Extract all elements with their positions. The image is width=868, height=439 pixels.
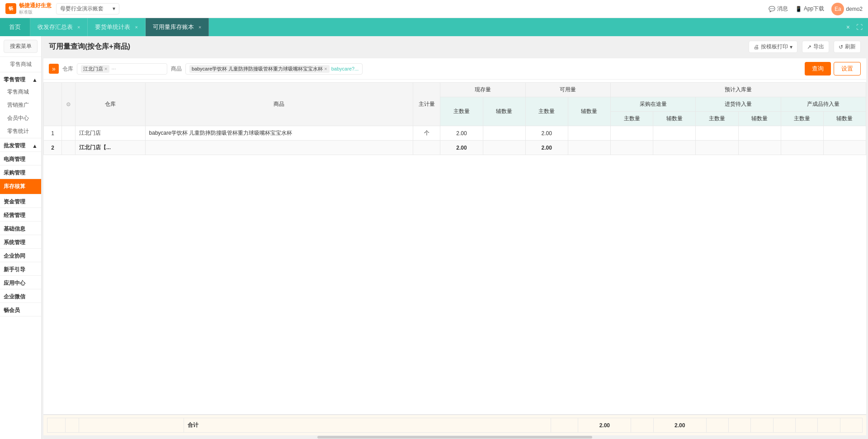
- th-incoming-main: 主数量: [696, 112, 738, 126]
- th-purchase-main: 主数量: [611, 112, 653, 126]
- group-operations-title[interactable]: 经营管理: [0, 208, 41, 221]
- user-area[interactable]: Ea demo2: [831, 3, 863, 15]
- group-vip-title[interactable]: 畅会员: [0, 303, 41, 316]
- dropdown-icon: ▾: [790, 44, 793, 50]
- sidebar-item-members[interactable]: 会员中心: [0, 112, 41, 125]
- tab-available-inventory[interactable]: 可用量库存账本 ×: [146, 18, 209, 36]
- cell-avail-main-1: 2.00: [525, 126, 568, 141]
- main-layout: 搜索菜单 零售商城 零售管理 ▲ 零售商城 营销推广 会员中心 零售统计 批发管…: [0, 36, 868, 439]
- avatar: Ea: [831, 3, 844, 15]
- group-inventory-title[interactable]: 库存核算: [0, 179, 41, 194]
- warehouse-filter-field[interactable]: 江北门店 × ···: [77, 63, 167, 75]
- group-wholesale-title[interactable]: 批发管理 ▲: [0, 138, 41, 151]
- cell-production-main-1: [781, 126, 823, 141]
- cell-avail-aux-2: [568, 141, 610, 155]
- cell-unit-1: 个: [413, 126, 440, 141]
- group-system-title[interactable]: 系统管理: [0, 235, 41, 248]
- fullscreen-btn[interactable]: ⛶: [854, 22, 864, 33]
- sidebar-search-area: 搜索菜单: [0, 36, 41, 57]
- query-btn[interactable]: 查询: [805, 62, 831, 76]
- tab-home[interactable]: 首页: [0, 18, 30, 36]
- sidebar-item-retail-mall[interactable]: 零售商城: [0, 85, 41, 99]
- refresh-btn[interactable]: ↺ 刷新: [834, 41, 861, 53]
- page-actions: 🖨 按模板打印 ▾ ↗ 导出 ↺ 刷新: [749, 41, 861, 53]
- refresh-icon: ↺: [839, 44, 843, 50]
- product-tag-remove-1[interactable]: ×: [324, 66, 327, 71]
- app-icon: 📱: [795, 6, 802, 12]
- group-apps-title[interactable]: 应用中心: [0, 276, 41, 289]
- table-settings-icon[interactable]: ⚙: [66, 101, 71, 108]
- cell-incoming-main-2: [696, 141, 738, 155]
- group-guide-title[interactable]: 新手引导: [0, 262, 41, 275]
- chevron-icon: ▲: [32, 77, 38, 83]
- tab-receive-summary[interactable]: 收发存汇总表 ×: [30, 18, 88, 36]
- group-purchase-title[interactable]: 采购管理: [0, 165, 41, 179]
- th-purchase-aux: 辅数量: [653, 112, 696, 126]
- th-planned-inbound: 预计入库量: [611, 83, 866, 97]
- quick-nav-btn[interactable]: 零售商城: [0, 57, 41, 72]
- footer-avail-total: 2.00: [653, 418, 706, 433]
- close-all-tabs-btn[interactable]: ×: [844, 22, 852, 33]
- group-finance-title[interactable]: 资金管理: [0, 194, 41, 208]
- th-settings: ⚙: [62, 83, 75, 126]
- th-warehouse: 仓库: [75, 83, 146, 126]
- th-avail-main: 主数量: [525, 97, 568, 126]
- table-body: 1 江北门店 babycare学饮杯 儿童防摔防撞吸管杯重力球吸嘴杯宝宝水杯 个…: [44, 126, 866, 155]
- cell-incoming-main-1: [696, 126, 738, 141]
- group-retail-title[interactable]: 零售管理 ▲: [0, 72, 41, 85]
- group-base-info: 基础信息: [0, 222, 41, 235]
- group-base-info-title[interactable]: 基础信息: [0, 222, 41, 235]
- group-vip: 畅会员: [0, 303, 41, 316]
- tab-close-2[interactable]: ×: [135, 24, 137, 30]
- group-collab: 企业协同: [0, 249, 41, 262]
- cell-avail-aux-1: [568, 126, 610, 141]
- th-avail-aux: 辅数量: [568, 97, 610, 126]
- warehouse-label: 仓库: [62, 65, 73, 73]
- footer-stock-total: 2.00: [578, 418, 631, 433]
- tab-close-1[interactable]: ×: [77, 24, 80, 30]
- group-wechat-title[interactable]: 企业微信: [0, 289, 41, 302]
- group-collab-title[interactable]: 企业协同: [0, 249, 41, 262]
- group-wechat: 企业微信: [0, 289, 41, 303]
- group-guide: 新手引导: [0, 262, 41, 276]
- group-wholesale: 批发管理 ▲: [0, 138, 41, 152]
- search-menu-btn[interactable]: 搜索菜单: [4, 40, 38, 53]
- industry-selector[interactable]: 母婴行业演示账套 ▾: [56, 3, 119, 14]
- print-icon: 🖨: [754, 44, 759, 50]
- cell-settings-2: [62, 141, 75, 155]
- product-tag-more: babycare?...: [331, 66, 359, 71]
- group-operations: 经营管理: [0, 208, 41, 222]
- cell-product-1: babycare学饮杯 儿童防摔防撞吸管杯重力球吸嘴杯宝宝水杯: [145, 126, 413, 141]
- th-stock-main: 主数量: [440, 97, 483, 126]
- tab-close-3[interactable]: ×: [198, 24, 201, 30]
- cell-purchase-main-1: [611, 126, 653, 141]
- filter-expand-btn[interactable]: »: [49, 64, 59, 74]
- filter-ellipsis: ···: [111, 66, 116, 72]
- app-download-btn[interactable]: 📱 App下载: [795, 5, 824, 13]
- sidebar-item-retail-stats[interactable]: 零售统计: [0, 125, 41, 138]
- message-btn[interactable]: 💬 消息: [769, 5, 788, 13]
- export-btn[interactable]: ↗ 导出: [802, 41, 829, 53]
- table-row: 1 江北门店 babycare学饮杯 儿童防摔防撞吸管杯重力球吸嘴杯宝宝水杯 个…: [44, 126, 866, 141]
- cell-stock-aux-1: [483, 126, 525, 141]
- th-production-pending: 产成品待入量: [781, 97, 866, 112]
- footer-label: 合计: [184, 418, 551, 433]
- cell-production-aux-2: [823, 141, 866, 155]
- print-template-btn[interactable]: 🖨 按模板打印 ▾: [749, 41, 797, 53]
- warehouse-tag-remove[interactable]: ×: [104, 66, 107, 71]
- sidebar-item-marketing[interactable]: 营销推广: [0, 99, 41, 112]
- logo-area: 畅 畅捷通好生意 标准版: [5, 2, 52, 15]
- horizontal-scrollbar[interactable]: [43, 435, 866, 439]
- group-retail: 零售管理 ▲ 零售商城 营销推广 会员中心 零售统计: [0, 72, 41, 138]
- tab-order-stats[interactable]: 要货单统计表 ×: [88, 18, 145, 36]
- group-apps: 应用中心: [0, 276, 41, 289]
- setting-btn[interactable]: 设置: [834, 62, 861, 76]
- main-content-wrapper: » 仓库 江北门店 × ··· 商品 babycare学饮杯 儿童防摔防撞吸管杯…: [43, 58, 866, 439]
- product-filter-field[interactable]: babycare学饮杯 儿童防摔防撞吸管杯重力球吸嘴杯宝宝水杯 × babyca…: [185, 63, 363, 75]
- cell-warehouse-1: 江北门店: [75, 126, 146, 141]
- cell-unit-2: [413, 141, 440, 155]
- cell-purchase-aux-2: [653, 141, 696, 155]
- group-ecommerce-title[interactable]: 电商管理: [0, 152, 41, 165]
- table-scroll[interactable]: ⚙ 仓库 商品 主计量 现存量 可用量 预计入库量 主数量: [43, 82, 866, 414]
- th-incoming-aux: 辅数量: [738, 112, 781, 126]
